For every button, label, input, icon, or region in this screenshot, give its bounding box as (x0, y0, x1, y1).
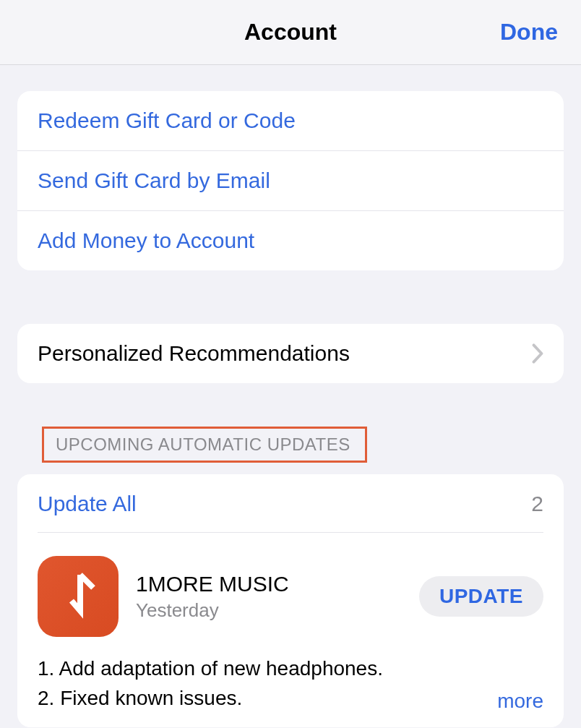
app-update-row: 1MORE MUSIC Yesterday UPDATE (38, 533, 543, 654)
updates-section-header: UPCOMING AUTOMATIC UPDATES (17, 421, 564, 468)
send-gift-card-link[interactable]: Send Gift Card by Email (17, 151, 564, 211)
gift-card-section: Redeem Gift Card or Code Send Gift Card … (17, 91, 564, 270)
personalized-recommendations-row[interactable]: Personalized Recommendations (17, 324, 564, 383)
changelog-text: 1. Add adaptation of new headphones. 2. … (38, 654, 383, 713)
redeem-gift-card-link[interactable]: Redeem Gift Card or Code (17, 91, 564, 151)
update-count: 2 (531, 492, 543, 516)
add-money-link[interactable]: Add Money to Account (17, 211, 564, 270)
app-name: 1MORE MUSIC (136, 572, 402, 596)
more-link[interactable]: more (497, 690, 543, 713)
chevron-right-icon (532, 343, 543, 364)
changelog-line-2: 2. Fixed known issues. (38, 684, 383, 714)
header-bar: Account Done (0, 0, 581, 65)
changelog: 1. Add adaptation of new headphones. 2. … (38, 654, 543, 713)
app-icon-1more-music[interactable] (38, 556, 119, 637)
personalized-recommendations-label: Personalized Recommendations (38, 341, 350, 366)
page-title: Account (244, 19, 337, 46)
updates-card: Update All 2 1MORE MUSIC Yesterday UPDAT… (17, 474, 564, 727)
app-update-date: Yesterday (136, 599, 402, 622)
done-button[interactable]: Done (500, 19, 558, 46)
update-button[interactable]: UPDATE (419, 576, 543, 617)
update-all-row: Update All 2 (38, 474, 543, 533)
updates-section-header-highlight: UPCOMING AUTOMATIC UPDATES (42, 427, 367, 463)
app-info: 1MORE MUSIC Yesterday (136, 572, 402, 622)
update-all-button[interactable]: Update All (38, 492, 137, 516)
changelog-line-1: 1. Add adaptation of new headphones. (38, 654, 383, 684)
